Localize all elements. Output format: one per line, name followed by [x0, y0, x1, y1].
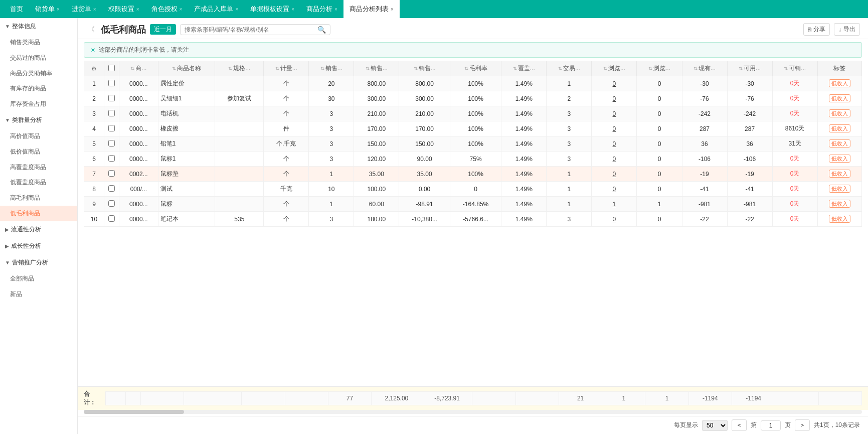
sidebar-item-traded-goods[interactable]: 交易过的商品 — [0, 50, 77, 66]
cell-views1[interactable]: 0 — [592, 91, 637, 106]
cell-checkbox[interactable] — [104, 76, 119, 91]
cell-checkbox[interactable] — [104, 182, 119, 197]
sidebar-item-low-value[interactable]: 低价值商品 — [0, 144, 77, 160]
row-checkbox[interactable] — [108, 215, 115, 222]
cell-checkbox[interactable] — [104, 91, 119, 106]
cell-available: -30 — [727, 76, 772, 91]
close-template-icon[interactable]: × — [291, 7, 294, 12]
settings-icon[interactable]: ⚙ — [86, 65, 102, 72]
next-page-btn[interactable]: ＞ — [795, 419, 810, 431]
sidebar-item-low-coverage[interactable]: 低覆盖度商品 — [0, 175, 77, 190]
cell-views1[interactable]: 0 — [592, 106, 637, 121]
th-views2[interactable]: ⇅浏览... — [637, 61, 682, 76]
close-purchase-icon[interactable]: × — [93, 7, 96, 12]
scrollbar-thumb[interactable] — [84, 410, 184, 414]
th-unit[interactable]: ⇅计量... — [264, 61, 309, 76]
sidebar-item-high-margin[interactable]: 高毛利商品 — [0, 190, 77, 206]
nav-goods-analysis[interactable]: 商品分析 × — [300, 0, 343, 18]
th-available[interactable]: ⇅可用... — [727, 61, 772, 76]
th-code[interactable]: ⇅商... — [119, 61, 158, 76]
sidebar-section-marketing[interactable]: ▼ 营销推广分析 — [0, 254, 77, 271]
collapse-sidebar-btn[interactable]: 《 — [86, 25, 97, 34]
row-checkbox[interactable] — [108, 170, 115, 177]
nav-sales[interactable]: 销货单 × — [29, 0, 66, 18]
row-checkbox[interactable] — [108, 95, 115, 101]
cell-tag: 低收入 — [817, 106, 861, 121]
nav-home[interactable]: 首页 — [4, 0, 29, 18]
sidebar-item-low-margin[interactable]: 低毛利商品 — [0, 206, 77, 221]
sidebar-item-high-value[interactable]: 高价值商品 — [0, 128, 77, 144]
cell-views1[interactable]: 0 — [592, 152, 637, 167]
cell-checkbox[interactable] — [104, 136, 119, 152]
close-sales-icon[interactable]: × — [57, 7, 60, 12]
close-permissions-icon[interactable]: × — [136, 7, 139, 12]
cell-checkbox[interactable] — [104, 152, 119, 167]
sidebar-section-cluster[interactable]: ▼ 类群量分析 — [0, 112, 77, 128]
nav-permissions[interactable]: 权限设置 × — [102, 0, 145, 18]
th-current-stock[interactable]: ⇅现有... — [682, 61, 727, 76]
nav-template[interactable]: 单据模板设置 × — [244, 0, 300, 18]
row-checkbox[interactable] — [108, 125, 115, 131]
cell-views1[interactable]: 0 — [592, 167, 637, 182]
th-spec[interactable]: ⇅规格... — [215, 61, 264, 76]
cell-sellable: 31天 — [772, 136, 817, 152]
close-role-auth-icon[interactable]: × — [180, 7, 183, 12]
sidebar-section-circulation[interactable]: ▶ 流通性分析 — [0, 221, 77, 238]
cell-views1[interactable]: 1 — [592, 197, 637, 212]
cell-checkbox[interactable] — [104, 197, 119, 212]
cell-views1[interactable]: 0 — [592, 76, 637, 91]
page-size-select[interactable]: 50 20 100 — [702, 420, 728, 431]
sidebar-section-overall[interactable]: ▼ 整体信息 — [0, 18, 77, 35]
row-checkbox[interactable] — [108, 200, 115, 207]
sidebar-item-new-goods[interactable]: 新品 — [0, 286, 77, 302]
search-input[interactable] — [185, 26, 317, 33]
th-sales-price[interactable]: ⇅销售... — [354, 61, 399, 76]
th-sellable[interactable]: ⇅可销... — [772, 61, 817, 76]
close-products-icon[interactable]: × — [235, 7, 238, 12]
search-icon[interactable]: 🔍 — [317, 26, 326, 34]
sidebar-item-high-coverage[interactable]: 高覆盖度商品 — [0, 160, 77, 175]
th-coverage[interactable]: ⇅覆盖... — [501, 61, 547, 76]
nav-purchase[interactable]: 进货单 × — [66, 0, 102, 18]
th-sales-qty[interactable]: ⇅销售... — [309, 61, 354, 76]
row-checkbox[interactable] — [108, 80, 115, 86]
select-all-checkbox[interactable] — [108, 65, 115, 71]
cell-name: 笔记本 — [158, 212, 215, 227]
th-transactions[interactable]: ⇅交易... — [547, 61, 592, 76]
page-num-input[interactable] — [761, 420, 781, 430]
nav-role-auth[interactable]: 角色授权 × — [145, 0, 189, 18]
th-settings[interactable]: ⚙ — [84, 61, 104, 76]
row-checkbox[interactable] — [108, 110, 115, 116]
close-goods-analysis-icon[interactable]: × — [334, 7, 337, 12]
cell-views1[interactable]: 0 — [592, 136, 637, 152]
sidebar-item-inventory-capital[interactable]: 库存资金占用 — [0, 96, 77, 112]
sidebar-item-stocked-goods[interactable]: 有库存的商品 — [0, 81, 77, 96]
share-button[interactable]: ⎘ 分享 — [803, 23, 830, 36]
cell-checkbox[interactable] — [104, 212, 119, 227]
row-checkbox[interactable] — [108, 155, 115, 162]
prev-page-btn[interactable]: ＜ — [732, 419, 747, 431]
th-views1[interactable]: ⇅浏览... — [592, 61, 637, 76]
period-button[interactable]: 近一月 — [150, 24, 176, 35]
cell-views1[interactable]: 0 — [592, 121, 637, 136]
th-gross-rate[interactable]: ⇅毛利率 — [450, 61, 501, 76]
cell-checkbox[interactable] — [104, 106, 119, 121]
cell-views1[interactable]: 0 — [592, 212, 637, 227]
sidebar-item-category-rate[interactable]: 商品分类助销率 — [0, 66, 77, 81]
close-goods-list-icon[interactable]: × — [391, 7, 394, 12]
scrollbar-track[interactable] — [84, 410, 862, 414]
row-checkbox[interactable] — [108, 140, 115, 147]
th-name[interactable]: ⇅商品名称 — [158, 61, 215, 76]
cell-current-stock: -19 — [682, 167, 727, 182]
row-checkbox[interactable] — [108, 185, 115, 192]
cell-checkbox[interactable] — [104, 121, 119, 136]
cell-checkbox[interactable] — [104, 167, 119, 182]
cell-views1[interactable]: 0 — [592, 182, 637, 197]
export-button[interactable]: ↓ 导出 — [834, 23, 860, 36]
nav-goods-analysis-list[interactable]: 商品分析列表 × — [343, 0, 400, 18]
sidebar-item-sales-goods[interactable]: 销售类商品 — [0, 35, 77, 50]
sidebar-item-all-goods[interactable]: 全部商品 — [0, 271, 77, 286]
nav-products[interactable]: 产成品入库单 × — [188, 0, 244, 18]
th-sales-profit[interactable]: ⇅销售... — [399, 61, 450, 76]
sidebar-section-growth[interactable]: ▶ 成长性分析 — [0, 238, 77, 254]
